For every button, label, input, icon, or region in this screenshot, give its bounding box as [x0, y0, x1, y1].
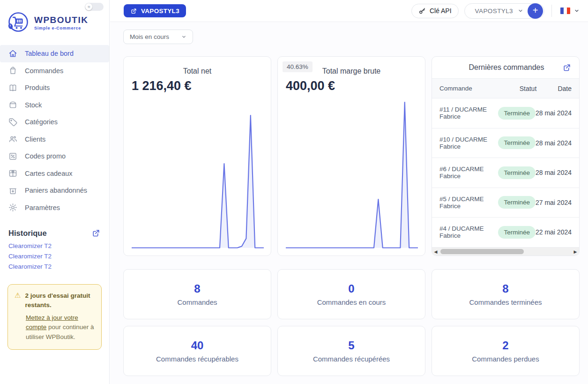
history-title: Historique — [8, 229, 47, 238]
stat-label: Commandes perdues — [472, 355, 539, 363]
tag-icon — [8, 117, 18, 127]
promo-ticket-icon — [8, 151, 18, 161]
stat-card-commandes-en-cours: 0 Commandes en cours — [277, 269, 425, 319]
last-orders-title: Dernières commandes — [439, 63, 562, 72]
stat-label: Commandes terminées — [469, 298, 542, 306]
scroll-left-arrow[interactable]: ◀ — [432, 249, 439, 254]
scrollbar-thumb[interactable] — [440, 249, 524, 254]
sidebar-item-codes-promo[interactable]: Codes promo — [0, 148, 109, 165]
gear-icon — [8, 203, 18, 212]
trial-title: 2 jours d'essai gratuit restants. — [25, 291, 95, 309]
shopping-bag-icon — [8, 66, 18, 75]
sidebar-item-commandes[interactable]: Commandes — [0, 62, 109, 80]
history-link[interactable]: Clearomizer T2 — [8, 253, 101, 260]
stat-value: 2 — [502, 339, 508, 352]
shop-selector-value: VAPOSTYL3 — [475, 8, 513, 15]
stock-box-icon — [8, 100, 18, 110]
warning-triangle-icon: ⚠ — [15, 291, 21, 309]
total-net-title: Total net — [132, 67, 263, 75]
status-badge: Terminée — [498, 226, 536, 239]
table-row[interactable]: #10 / DUCARME Fabrice Terminée 28 mai 20… — [432, 128, 579, 158]
sidebar-item-label: Cartes cadeaux — [25, 170, 73, 177]
sidebar-nav: Tableau de bord Commandes Produits — [0, 45, 109, 216]
trial-warning-box: ⚠ 2 jours d'essai gratuit restants. Mett… — [7, 284, 102, 350]
table-row[interactable]: #4 / DUCARME Fabrice Terminée 22 mai 202… — [432, 218, 579, 248]
stat-label: Commandes récupérables — [156, 355, 238, 363]
history-section: Historique Clearomizer T2 Clearomizer T2… — [0, 216, 109, 270]
chevron-down-icon — [574, 8, 580, 14]
table-row[interactable]: #5 / DUCARME Fabrice Terminée 27 mai 202… — [432, 188, 579, 218]
theme-toggle[interactable]: ☀ — [85, 3, 104, 11]
sidebar-item-paniers-abandonnes[interactable]: Paniers abandonnés — [0, 182, 109, 199]
add-shop-button[interactable]: + — [528, 3, 543, 19]
sidebar: ☀ WPBOUTIK Si — [0, 0, 110, 384]
external-link-icon[interactable] — [562, 63, 572, 72]
stat-value: 0 — [348, 282, 354, 295]
sun-icon: ☀ — [85, 3, 92, 10]
period-select[interactable]: Mois en cours — [123, 30, 193, 44]
sidebar-item-stock[interactable]: Stock — [0, 97, 109, 114]
sidebar-item-label: Paramètres — [25, 204, 60, 211]
brand-subtitle: Simple e-Commerce — [34, 26, 88, 30]
external-link-icon[interactable] — [91, 228, 101, 238]
stat-label: Commandes récupérées — [313, 355, 390, 363]
chevron-down-icon — [181, 34, 186, 39]
sidebar-item-label: Catégories — [25, 118, 58, 126]
order-cell: #6 / DUCARME Fabrice — [439, 166, 498, 180]
sidebar-item-label: Stock — [25, 101, 42, 109]
sidebar-item-cartes-cadeaux[interactable]: Cartes cadeaux — [0, 165, 109, 182]
stat-value: 40 — [191, 339, 204, 352]
status-badge: Terminée — [498, 107, 536, 120]
shop-button-label: VAPOSTYL3 — [141, 8, 179, 15]
date-cell: 28 mai 2024 — [536, 109, 572, 117]
view-shop-button[interactable]: VAPOSTYL3 — [124, 4, 186, 17]
wpboutik-cart-logo-icon — [6, 10, 30, 35]
order-cell: #11 / DUCARME Fabrice — [439, 106, 498, 120]
sidebar-item-label: Paniers abandonnés — [25, 187, 87, 194]
stat-label: Commandes — [177, 298, 217, 306]
status-badge: Terminée — [498, 196, 536, 209]
stat-card-commandes-recuperables: 40 Commandes récupérables — [123, 326, 271, 376]
marge-brute-card: 40.63% Total marge brute 400,00 € — [277, 56, 425, 256]
horizontal-scrollbar[interactable]: ◀ ▶ — [432, 248, 579, 256]
table-row[interactable]: #6 / DUCARME Fabrice Terminée 28 mai 202… — [432, 158, 579, 188]
book-icon — [8, 83, 18, 93]
history-link[interactable]: Clearomizer T2 — [8, 263, 101, 270]
history-link[interactable]: Clearomizer T2 — [8, 242, 101, 249]
period-select-value: Mois en cours — [130, 33, 169, 40]
status-badge: Terminée — [498, 166, 536, 179]
gift-icon — [8, 168, 18, 178]
table-row[interactable]: #11 / DUCARME Fabrice Terminée 28 mai 20… — [432, 98, 579, 128]
sidebar-item-parametres[interactable]: Paramètres — [0, 199, 109, 217]
language-selector[interactable] — [560, 8, 580, 14]
external-link-icon — [130, 8, 137, 15]
sidebar-item-label: Produits — [25, 84, 50, 91]
total-net-chart — [132, 113, 264, 249]
date-cell: 22 mai 2024 — [536, 228, 572, 236]
main-content: Mois en cours Total net 1 216,40 € 40.63… — [110, 22, 588, 384]
date-cell: 28 mai 2024 — [536, 169, 572, 176]
brand-title: WPBOUTIK — [34, 15, 88, 25]
sidebar-item-categories[interactable]: Catégories — [0, 113, 109, 131]
abandoned-cart-icon — [8, 186, 18, 196]
margin-percent-badge: 40.63% — [283, 61, 313, 72]
chevron-down-icon — [518, 8, 523, 14]
stat-label: Commandes en cours — [317, 298, 386, 306]
date-cell: 27 mai 2024 — [536, 199, 572, 206]
wpboutik-dashboard: ☀ WPBOUTIK Si — [0, 0, 588, 384]
users-icon — [8, 134, 18, 144]
key-icon — [418, 7, 426, 15]
total-net-card: Total net 1 216,40 € — [123, 56, 271, 256]
stat-card-commandes: 8 Commandes — [123, 269, 271, 319]
api-key-button[interactable]: Clé API — [411, 4, 459, 18]
stat-value: 8 — [502, 282, 508, 295]
sidebar-item-produits[interactable]: Produits — [0, 79, 109, 97]
sidebar-item-label: Clients — [25, 136, 45, 143]
sidebar-item-clients[interactable]: Clients — [0, 131, 109, 148]
header-divider — [551, 5, 552, 17]
order-cell: #5 / DUCARME Fabrice — [439, 196, 498, 210]
stat-value: 8 — [194, 282, 200, 295]
sidebar-item-tableau-de-bord[interactable]: Tableau de bord — [0, 45, 109, 62]
scroll-right-arrow[interactable]: ▶ — [572, 249, 579, 254]
french-flag-icon — [560, 8, 570, 14]
